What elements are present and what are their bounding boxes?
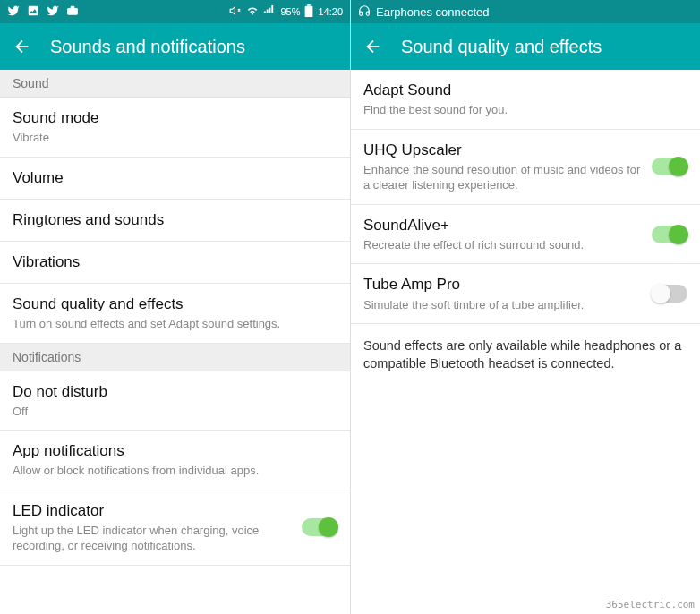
toggle-uhq[interactable] — [652, 158, 687, 175]
row-app-notifications[interactable]: App notifications Allow or block notific… — [0, 431, 350, 490]
section-header-notifications: Notifications — [0, 344, 350, 371]
row-title: UHQ Upscaler — [363, 141, 643, 160]
row-title: Tube Amp Pro — [363, 275, 643, 294]
row-title: Adapt Sound — [363, 81, 687, 100]
watermark: 365electric.com — [606, 599, 695, 610]
briefcase-icon — [66, 4, 79, 20]
row-sound-quality[interactable]: Sound quality and effects Turn on sound … — [0, 284, 350, 344]
row-subtitle: Simulate the soft timbre of a tube ampli… — [363, 297, 643, 313]
toggle-soundalive[interactable] — [652, 226, 687, 243]
gallery-icon — [27, 4, 39, 20]
row-title: Do not disturb — [13, 382, 337, 402]
row-subtitle: Turn on sound effects and set Adapt soun… — [13, 316, 337, 332]
headphones-icon — [358, 4, 371, 20]
row-title: LED indicator — [13, 501, 293, 521]
battery-icon — [304, 4, 313, 19]
row-title: Ringtones and sounds — [13, 210, 337, 230]
row-volume[interactable]: Volume — [0, 158, 350, 200]
battery-percent: 95% — [280, 6, 300, 17]
signal-icon — [263, 4, 276, 19]
svg-rect-0 — [29, 5, 38, 15]
svg-rect-1 — [67, 8, 78, 15]
appbar-right: Sound quality and effects — [351, 23, 700, 70]
clock-time: 14:20 — [318, 6, 343, 17]
toggle-led[interactable] — [302, 518, 337, 536]
row-subtitle: Allow or block notifications from indivi… — [13, 463, 337, 479]
row-title: Volume — [13, 168, 337, 188]
statusbar-right: Earphones connected — [351, 0, 700, 23]
row-title: Sound quality and effects — [13, 294, 337, 314]
row-title: App notifications — [13, 441, 337, 461]
content-right: Adapt Sound Find the best sound for you.… — [351, 70, 700, 614]
row-dnd[interactable]: Do not disturb Off — [0, 371, 350, 431]
wifi-icon — [246, 4, 259, 19]
row-uhq-upscaler[interactable]: UHQ Upscaler Enhance the sound resolutio… — [351, 130, 700, 205]
toggle-tube-amp[interactable] — [652, 285, 687, 303]
row-subtitle: Enhance the sound resolution of music an… — [363, 162, 643, 193]
row-subtitle: Off — [13, 404, 337, 420]
row-tube-amp[interactable]: Tube Amp Pro Simulate the soft timbre of… — [351, 264, 700, 324]
appbar-left: Sounds and notifications — [0, 23, 350, 70]
row-soundalive[interactable]: SoundAlive+ Recreate the effect of rich … — [351, 205, 700, 265]
row-led-indicator[interactable]: LED indicator Light up the LED indicator… — [0, 490, 350, 566]
back-arrow-icon[interactable] — [363, 37, 383, 56]
row-title: SoundAlive+ — [363, 216, 643, 235]
row-sound-mode[interactable]: Sound mode Vibrate — [0, 98, 350, 158]
row-subtitle: Vibrate — [13, 130, 337, 146]
twitter-icon-2 — [47, 4, 59, 20]
row-subtitle: Recreate the effect of rich surround sou… — [363, 237, 643, 253]
content-left: Sound Sound mode Vibrate Volume Ringtone… — [0, 70, 350, 614]
mute-icon — [229, 4, 242, 19]
page-title: Sounds and notifications — [50, 37, 245, 57]
earphones-label: Earphones connected — [376, 5, 489, 19]
section-header-sound: Sound — [0, 70, 350, 98]
row-ringtones[interactable]: Ringtones and sounds — [0, 200, 350, 242]
svg-rect-2 — [305, 6, 313, 17]
row-subtitle: Find the best sound for you. — [363, 102, 687, 118]
statusbar-left: 95% 14:20 — [0, 0, 350, 23]
row-adapt-sound[interactable]: Adapt Sound Find the best sound for you. — [351, 70, 700, 130]
availability-note: Sound effects are only available while h… — [351, 324, 700, 386]
twitter-icon — [7, 4, 20, 20]
row-subtitle: Light up the LED indicator when charging… — [13, 523, 293, 554]
screen-sound-quality: Earphones connected Sound quality and ef… — [350, 0, 700, 614]
svg-rect-3 — [308, 4, 312, 6]
row-title: Vibrations — [13, 252, 337, 272]
back-arrow-icon[interactable] — [13, 37, 32, 56]
page-title: Sound quality and effects — [401, 37, 602, 57]
row-vibrations[interactable]: Vibrations — [0, 242, 350, 284]
screen-sounds-notifications: 95% 14:20 Sounds and notifications Sound… — [0, 0, 350, 614]
row-title: Sound mode — [13, 108, 337, 128]
